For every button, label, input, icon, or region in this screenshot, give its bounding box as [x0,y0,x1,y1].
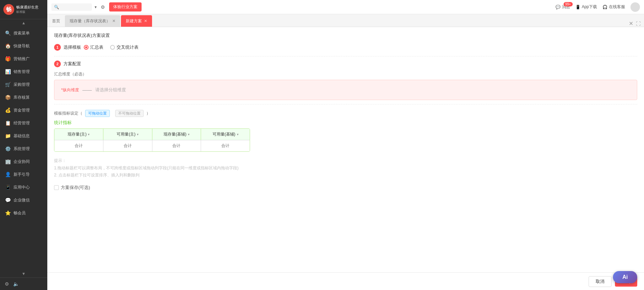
col-body-3: 合计 [201,140,250,151]
logo-title: 畅康通好生意 [16,5,39,9]
indicators-label: 模板指标设定（ 可拖动位置 不可拖动位置 ） [54,110,637,117]
stat-table-label: 统计指标 [54,120,637,126]
tab-new-plan[interactable]: 新建方案 ✕ [121,15,152,27]
sidebar-item-label: 企业微信 [14,197,30,203]
topbar-dropdown[interactable]: ▾ [95,5,97,9]
chevron-down-icon-1: ▾ [137,132,139,136]
search-box[interactable]: 🔍 [51,3,92,11]
bottom-bar: 取消 查询 [47,272,644,290]
app-download-label: App下载 [582,4,597,10]
quick-nav-icon: 🏠 [5,43,11,49]
radio-summary-dot [85,46,87,48]
topbar-settings-icon[interactable]: ⚙ [101,4,105,10]
operations-icon: 📋 [5,120,11,126]
col-header-1[interactable]: 可用量(主) ▾ [103,129,152,140]
sidebar-scroll-up[interactable]: ▲ [22,21,26,25]
tips-title: 提示： [54,158,66,163]
sidebar-item-sales[interactable]: 📊 销售管理 [0,65,47,78]
divider-2 [54,104,637,104]
trial-industry-button[interactable]: 体验行业方案 [109,2,142,11]
sidebar-item-label: 搜索菜单 [14,30,30,36]
col-header-3[interactable]: 可用量(基辅) ▾ [201,129,250,140]
finance-icon: 💰 [5,107,11,113]
system-icon: ⚙️ [5,146,11,152]
sidebar-item-label: 基础信息 [14,133,30,139]
content-area: 现存量(库存状况表)方案设置 1 选择模板 汇总表 [47,27,644,272]
sidebar-item-inventory[interactable]: 📦 库存核算 [0,91,47,104]
tab-home[interactable]: 首页 [47,15,65,27]
message-badge: 99+ [564,2,573,6]
radio-cross[interactable]: 交叉统计表 [110,44,139,50]
sidebar-item-member[interactable]: ⭐ 畅会员 [0,207,47,219]
sidebar-item-label: 系统管理 [14,146,30,152]
sidebar-logo: 畅 畅康通好生意 标准版 [0,0,47,19]
settings-icon[interactable]: ⚙ [5,281,9,287]
sidebar-item-guide[interactable]: 👤 新手引导 [0,168,47,181]
sidebar-item-marketing[interactable]: 🎁 营销推广 [0,52,47,65]
indicators-section: 模板指标设定（ 可拖动位置 不可拖动位置 ） 统计指标 现存量(主) ▾ [54,110,637,152]
app-download-icon: 📱 [575,5,580,9]
dimension-arrow: —— [82,87,92,93]
online-service-button[interactable]: 🎧 在线客服 [602,4,625,10]
tab-new-plan-close-icon[interactable]: ✕ [144,19,147,23]
topbar: 🔍 ▾ ⚙ 体验行业方案 💬 消息 99+ 📱 App下载 🎧 在线客服 [47,0,644,14]
dimension-placeholder: 请选择分组维度 [95,87,126,93]
dimension-label: 汇总维度（必选） [54,71,637,77]
search-input[interactable] [60,5,88,9]
sidebar-item-purchase[interactable]: 🛒 采购管理 [0,78,47,91]
sidebar-item-label: 企业协同 [14,159,30,165]
stat-table: 现存量(主) ▾ 可用量(主) ▾ 现存量(基辅) ▾ [54,128,250,152]
dimension-required-text: *纵向维度 [61,87,79,93]
enterprise-icon: 🏢 [5,159,11,165]
user-avatar[interactable] [630,2,640,12]
tab-inventory-close-icon[interactable]: ✕ [112,19,116,23]
radio-summary[interactable]: 汇总表 [84,44,103,50]
sidebar-item-basic-info[interactable]: 📁 基础信息 [0,129,47,142]
tabbar: 首页 现存量（库存状况表） ✕ 新建方案 ✕ ✕ ⛶ [47,14,644,27]
sidebar-item-label: 经营管理 [14,120,30,126]
content-inner: 现存量(库存状况表)方案设置 1 选择模板 汇总表 [47,27,644,272]
col-header-2[interactable]: 现存量(基辅) ▾ [152,129,201,140]
ai-float-button[interactable]: Ai [613,271,637,283]
section-plan-config: 2 方案配置 汇总维度（必选） *纵向维度 —— 请选择分组维度 模板指标设定（… [54,61,637,179]
dimension-box[interactable]: *纵向维度 —— 请选择分组维度 [54,80,637,100]
cancel-button[interactable]: 取消 [589,276,612,287]
marketing-icon: 🎁 [5,56,11,62]
section-num-2: 2 [54,61,61,67]
sidebar-nav: 🔍 搜索菜单 🏠 快捷导航 🎁 营销推广 📊 销售管理 🛒 采购管理 📦 库存核… [0,27,47,270]
save-checkbox[interactable] [54,185,59,190]
logo-subtitle: 标准版 [16,10,39,14]
sidebar-item-label: 应用中心 [14,185,30,190]
tab-inventory-status[interactable]: 现存量（库存状况表） ✕ [65,15,120,27]
section-title-1: 选择模板 [64,44,81,50]
sidebar-item-enterprise[interactable]: 🏢 企业协同 [0,155,47,168]
sidebar-item-quick-nav[interactable]: 🏠 快捷导航 [0,40,47,52]
tab-close-all-icon[interactable]: ✕ [629,20,633,27]
radio-cross-circle [110,45,115,50]
save-option: 方案保存(可选) [54,185,637,191]
radio-summary-circle [84,45,89,50]
col-header-0[interactable]: 现存量(主) ▾ [54,129,103,140]
sidebar-scroll-down[interactable]: ▼ [22,271,26,276]
sidebar-bottom: ⚙ 🔈 [0,277,47,290]
tips-item-1: 2. 点击标题栏下拉可设置排序、插入列和删除列 [54,172,637,179]
tab-expand-icon[interactable]: ⛶ [636,21,641,26]
sidebar-item-finance[interactable]: 💰 资金管理 [0,104,47,117]
search-icon: 🔍 [54,5,59,9]
online-service-label: 在线客服 [609,4,625,10]
sidebar-item-wechat[interactable]: 💬 企业微信 [0,194,47,207]
inventory-icon: 📦 [5,94,11,100]
sidebar-item-label: 销售管理 [14,69,30,75]
section-title-2: 方案配置 [64,61,81,67]
message-button[interactable]: 💬 消息 99+ [555,4,570,10]
sidebar-item-app-center[interactable]: 📱 应用中心 [0,181,47,194]
sound-icon[interactable]: 🔈 [13,281,19,287]
sidebar-item-search-menu[interactable]: 🔍 搜索菜单 [0,27,47,40]
tips-section: 提示： 1.拖动标题栏可以调整布局，不可跨维度或指标区域拖动列字段(只能在同一维… [54,157,637,179]
app-download-button[interactable]: 📱 App下载 [575,4,597,10]
sidebar-item-label: 采购管理 [14,82,30,88]
topbar-right: 💬 消息 99+ 📱 App下载 🎧 在线客服 [555,2,640,12]
chevron-down-icon-2: ▾ [188,132,190,136]
sidebar-item-system[interactable]: ⚙️ 系统管理 [0,142,47,155]
sidebar-item-operations[interactable]: 📋 经营管理 [0,117,47,129]
